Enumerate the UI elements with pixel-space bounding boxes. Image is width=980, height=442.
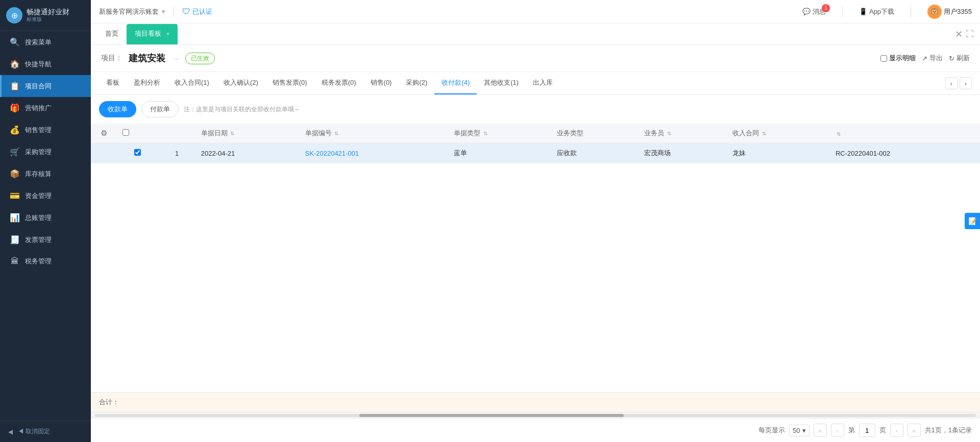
- subtab-sales[interactable]: 销售(0): [363, 72, 399, 94]
- subtab-prev-button[interactable]: ‹: [945, 77, 958, 89]
- scrollbar-track: [95, 414, 976, 417]
- export-button[interactable]: ↗ 导出: [922, 54, 943, 63]
- column-type[interactable]: 单据类型 ⇅: [448, 124, 551, 143]
- row-checkbox[interactable]: [134, 149, 141, 156]
- scrollbar-thumb[interactable]: [359, 414, 624, 417]
- sidebar: ⊕ 畅捷通好业财 标准版 🔍 搜索菜单 🏠 快捷导航 📋 项目合同 🎁 营销推广…: [0, 0, 91, 442]
- subtab-income-confirm[interactable]: 收入确认(2): [216, 72, 265, 94]
- message-button[interactable]: 💬 消息 1: [802, 7, 826, 16]
- gear-icon[interactable]: ⚙: [101, 129, 107, 137]
- sidebar-item-label: 项目合同: [25, 82, 52, 91]
- sidebar-item-label: 采购管理: [25, 148, 52, 157]
- subtab-profit[interactable]: 盈利分析: [127, 72, 167, 94]
- sidebar-item-purchase[interactable]: 🛒 采购管理: [0, 141, 91, 163]
- sidebar-item-invoice[interactable]: 🧾 发票管理: [0, 229, 91, 251]
- unpin-label: ◀ 取消固定: [18, 427, 50, 436]
- topbar-divider3: [911, 7, 911, 17]
- verified-text: 已认证: [192, 7, 212, 16]
- horizontal-scrollbar[interactable]: [91, 412, 980, 418]
- sidebar-item-label: 资金管理: [25, 191, 52, 201]
- header-actions: 显示明细 ↗ 导出 ↻ 刷新: [880, 54, 970, 63]
- sidebar-menu: 🔍 搜索菜单 🏠 快捷导航 📋 项目合同 🎁 营销推广 💰 销售管理 🛒 采购管…: [0, 31, 91, 421]
- subtab-sales-invoice[interactable]: 销售发票(0): [265, 72, 314, 94]
- project-name: 建筑安装: [129, 52, 165, 64]
- show-detail-label: 显示明细: [889, 54, 916, 63]
- table-row: 1 2022-04-21 SK-20220421-001 蓝单 应收款 宏茂商场…: [91, 143, 980, 163]
- cart-icon: 🛒: [10, 147, 20, 157]
- unpin-icon: ◀: [8, 428, 13, 435]
- more-options-button[interactable]: ···: [174, 55, 179, 62]
- subtab-payment[interactable]: 收付款(4): [434, 72, 477, 94]
- topbar: 新服务官网演示账套 ▾ 🛡 已认证 💬 消息 1 📱 App下载 🐵 用户335…: [91, 0, 980, 23]
- first-page-button[interactable]: «: [814, 424, 827, 437]
- sidebar-item-label: 总账管理: [25, 213, 52, 223]
- last-page-button[interactable]: »: [908, 424, 921, 437]
- per-page-dropdown-icon: ▾: [802, 427, 806, 434]
- column-num: [159, 124, 194, 143]
- right-float-button[interactable]: 📝: [965, 213, 980, 229]
- payment-toggle-button[interactable]: 付款单: [141, 101, 179, 117]
- shield-icon: 🛡: [182, 7, 190, 16]
- show-detail-checkbox[interactable]: 显示明细: [880, 54, 916, 63]
- topbar-divider: [174, 7, 174, 17]
- prev-page-button[interactable]: ‹: [831, 424, 844, 437]
- sidebar-item-inventory[interactable]: 📦 库存核算: [0, 163, 91, 185]
- subtab-purchase[interactable]: 采购(2): [399, 72, 434, 94]
- sort-icon-contract: ⇅: [837, 131, 841, 137]
- sort-icon-type: ⇅: [483, 131, 487, 136]
- page-input[interactable]: [859, 424, 875, 437]
- phone-icon: 📱: [859, 8, 867, 15]
- subtab-income-contract[interactable]: 收入合同(1): [167, 72, 216, 94]
- app-download-button[interactable]: 📱 App下载: [859, 7, 894, 16]
- refresh-button[interactable]: ↻ 刷新: [949, 54, 970, 63]
- sidebar-item-ledger[interactable]: 📊 总账管理: [0, 207, 91, 229]
- sidebar-item-sales[interactable]: 💰 销售管理: [0, 119, 91, 141]
- sort-icon-code: ⇅: [334, 131, 338, 136]
- unpin-button[interactable]: ◀ ◀ 取消固定: [0, 421, 91, 442]
- subtab-kanban[interactable]: 看板: [99, 72, 127, 94]
- subtab-next-button[interactable]: ›: [960, 77, 972, 89]
- sidebar-item-search[interactable]: 🔍 搜索菜单: [0, 31, 91, 53]
- sum-label: 合计：: [99, 398, 119, 407]
- account-dropdown-icon: ▾: [162, 8, 165, 15]
- account-selector[interactable]: 新服务官网演示账套 ▾: [99, 7, 165, 16]
- row-number: 1: [159, 143, 194, 163]
- column-gear: ⚙: [91, 124, 116, 143]
- subtab-warehouse[interactable]: 出入库: [526, 72, 560, 94]
- per-page-select[interactable]: 50 ▾: [789, 425, 809, 436]
- user-menu-button[interactable]: 🐵 用户3355: [927, 5, 972, 19]
- refresh-label: 刷新: [957, 54, 970, 63]
- next-page-button[interactable]: ›: [890, 424, 903, 437]
- subtab-other-income[interactable]: 其他收支(1): [477, 72, 526, 94]
- tab-home[interactable]: 首页: [97, 24, 127, 44]
- sidebar-item-tax[interactable]: 🏛 税务管理: [0, 251, 91, 272]
- column-contract[interactable]: ⇅: [829, 124, 980, 143]
- sidebar-item-finance[interactable]: 💳 资金管理: [0, 185, 91, 207]
- sidebar-item-marketing[interactable]: 🎁 营销推广: [0, 97, 91, 119]
- window-close-button[interactable]: ✕: [955, 29, 963, 40]
- account-name: 新服务官网演示账套: [99, 7, 159, 16]
- page-suffix: 页: [879, 426, 886, 435]
- tab-project-board[interactable]: 项目看板 ×: [127, 24, 178, 44]
- row-salesman: 龙妹: [726, 143, 829, 163]
- page-word: 第: [848, 426, 855, 435]
- column-salesman[interactable]: 收入合同 ⇅: [726, 124, 829, 143]
- sidebar-item-shortcut[interactable]: 🏠 快捷导航: [0, 53, 91, 75]
- topbar-divider2: [842, 7, 843, 17]
- main-content: 新服务官网演示账套 ▾ 🛡 已认证 💬 消息 1 📱 App下载 🐵 用户335…: [91, 0, 980, 442]
- receipt-toggle-button[interactable]: 收款单: [99, 101, 136, 117]
- window-expand-button[interactable]: ⛶: [966, 30, 974, 39]
- show-detail-input[interactable]: [880, 55, 887, 62]
- select-all-checkbox[interactable]: [122, 129, 129, 136]
- column-partner[interactable]: 业务员 ⇅: [638, 124, 726, 143]
- user-name: 用户3355: [944, 7, 972, 16]
- subtab-tax-invoice[interactable]: 税务发票(0): [314, 72, 363, 94]
- row-code-link[interactable]: SK-20220421-001: [305, 150, 359, 157]
- column-code[interactable]: 单据编号 ⇅: [299, 124, 448, 143]
- column-date[interactable]: 单据日期 ⇅: [195, 124, 299, 143]
- row-type: 蓝单: [448, 143, 551, 163]
- subtab-nav: ‹ ›: [945, 77, 972, 89]
- column-biz-type: 业务类型: [551, 124, 638, 143]
- sidebar-item-project[interactable]: 📋 项目合同: [0, 75, 91, 97]
- tab-close-icon[interactable]: ×: [166, 31, 169, 37]
